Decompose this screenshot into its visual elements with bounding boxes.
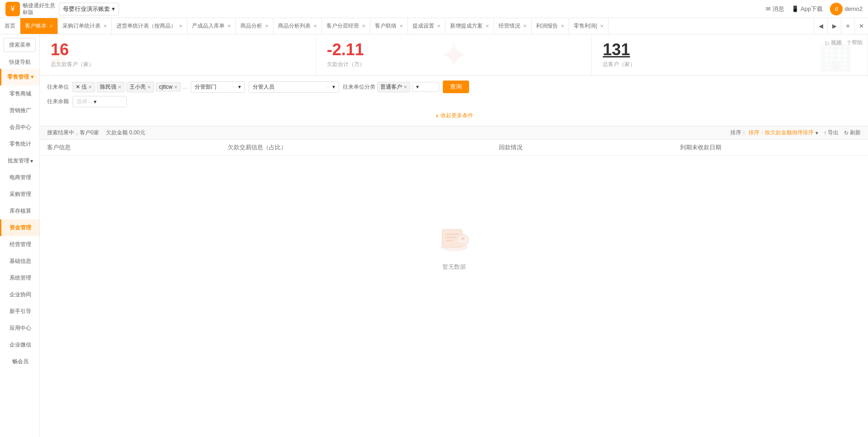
tab-retail-profit[interactable]: 零售利润( ✕ [569,18,609,34]
chevron-down-icon: ▾ [238,84,241,90]
collapse-filters-btn[interactable]: ∧ 收起更多条件 [47,110,861,121]
dept-select[interactable]: 分管部门 ··· ▾ [191,81,245,93]
filter-tag-wu: ✕ 伍 ✕ [72,82,95,92]
filter-row-2: 往来余额 选择... ▾ [47,96,861,107]
close-icon[interactable]: ✕ [600,24,604,28]
sidebar-item-enterprise-wechat[interactable]: 企业微信 [0,337,39,353]
close-icon[interactable]: ✕ [103,24,107,28]
refresh-btn[interactable]: ↻ 刷新 [844,129,861,137]
sidebar-item-enterprise-collab[interactable]: 企业协同 [0,286,39,303]
user-avatar[interactable]: d demo2 [830,3,863,15]
svg-rect-2 [445,233,459,235]
nav-tabs-bar: 首页 客户账本 ✕ 采购订单统计表 ✕ 进货单统计表（按商品） ✕ 产成品入库单… [0,18,868,34]
filter-more-btn[interactable]: ... [182,84,187,90]
phone-icon: 📱 [791,5,799,12]
nav-prev-btn[interactable]: ◀ [814,18,827,34]
balance-select[interactable]: 选择... ▾ [72,96,127,107]
sidebar-item-ecommerce[interactable]: 电商管理 [0,169,39,186]
message-icon: ✉ [766,5,771,12]
tab-boost-settings[interactable]: 提成设置 ✕ [408,18,446,34]
tab-customer-tier[interactable]: 客户分层经营 ✕ [322,18,370,34]
video-btn[interactable]: ▷ 视频 [825,39,842,47]
filter-tag-chen: 陈民强 ✕ [97,82,125,92]
tab-home[interactable]: 首页 [0,18,20,34]
help-btn[interactable]: ? 帮助 [847,39,863,47]
sidebar-item-app-center[interactable]: 应用中心 [0,320,39,337]
sidebar-item-retail-stats[interactable]: 零售统计 [0,136,39,152]
results-actions: 排序： 排序：按欠款金额倒序排序 ▾ ↑ 导出 ↻ 刷新 [730,129,861,137]
message-btn[interactable]: ✉ 消息 [766,5,784,13]
stats-row: ¥ 16 总欠款客户（家） ✦ -2.11 欠款合计（万） 🏢 131 总客户（… [40,34,868,76]
tab-purchase-order[interactable]: 采购订单统计表 ✕ [58,18,112,34]
close-icon[interactable]: ✕ [485,24,489,28]
svg-rect-4 [445,240,453,242]
person-select[interactable]: 分管人员 ··· ▾ [249,81,339,93]
query-button[interactable]: 查询 [443,81,469,93]
sidebar-item-retail-mgmt[interactable]: 零售管理 ▾ [0,69,39,86]
sort-selector[interactable]: 排序： 排序：按欠款金额倒序排序 ▾ [730,129,818,137]
close-icon[interactable]: ✕ [362,24,365,28]
tab-goods-analysis[interactable]: 商品分析 ✕ [236,18,273,34]
close-icon[interactable]: ✕ [437,24,441,28]
sidebar: 搜索菜单 快捷导航 零售管理 ▾ 零售商城 营销推广 会员中心 零售统计 批发管… [0,34,40,437]
sidebar-item-pro-member[interactable]: 畅会员 [0,353,39,370]
close-icon[interactable]: ✕ [523,24,527,28]
sidebar-item-purchase-mgmt[interactable]: 采购管理 [0,186,39,203]
close-icon[interactable]: ✕ [399,24,403,28]
debt-customers-label: 总欠款客户（家） [51,61,305,68]
remove-category-tag[interactable]: ✕ [403,85,407,90]
tab-operations[interactable]: 经营情况 ✕ [494,18,532,34]
nav-menu-btn[interactable]: ≡ [841,18,854,34]
search-menu-btn[interactable]: 搜索菜单 [4,38,36,52]
col-due-date: 到期未收款日期 [680,143,861,152]
nav-next-btn[interactable]: ▶ [827,18,841,34]
sidebar-item-member-center[interactable]: 会员中心 [0,119,39,136]
svg-rect-3 [445,237,456,238]
tab-customer-contact[interactable]: 客户联络 ✕ [370,18,408,34]
dept-more-icon: ··· [232,84,236,90]
close-icon[interactable]: ✕ [227,24,231,28]
remove-tag-chen[interactable]: ✕ [118,85,121,90]
stat-debt-total: ✦ -2.11 欠款合计（万） [316,34,592,76]
store-selector[interactable]: 母婴行业演示账套 ▾ [59,3,119,15]
topbar-right: ✉ 消息 📱 App下载 d demo2 [766,3,863,15]
remove-tag-wu[interactable]: ✕ [88,85,92,90]
tab-customer-account[interactable]: 客户账本 ✕ [20,18,58,34]
category-select[interactable]: ▾ [412,82,439,92]
sidebar-item-operations-mgmt[interactable]: 经营管理 [0,236,39,253]
sidebar-search-area: 搜索菜单 [0,34,39,56]
quick-nav-btn[interactable]: 快捷导航 [0,56,39,69]
chevron-down-icon: ▾ [112,5,115,12]
close-icon[interactable]: ✕ [561,24,564,28]
tab-goods-analysis-list[interactable]: 商品分析列表 ✕ [273,18,322,34]
col-repayment: 回款情况 [499,143,680,152]
nav-controls: ◀ ▶ ≡ ✕ [814,18,868,34]
tab-product-inbound[interactable]: 产成品入库单 ✕ [187,18,236,34]
sidebar-item-system-mgmt[interactable]: 系统管理 [0,270,39,286]
sidebar-item-finance[interactable]: 资金管理 [0,219,39,236]
close-icon[interactable]: ✕ [313,24,317,28]
close-icon[interactable]: ✕ [49,24,53,28]
sidebar-item-basic-info[interactable]: 基础信息 [0,253,39,270]
belong-unit-label: 往来单位 [47,83,69,91]
debt-customers-value: 16 [51,42,305,58]
tab-profit-report[interactable]: 利润报告 ✕ [532,18,569,34]
close-icon[interactable]: ✕ [179,24,182,28]
remove-tag-wang[interactable]: ✕ [147,85,151,90]
sidebar-item-retail-mall[interactable]: 零售商城 [0,86,39,102]
close-icon[interactable]: ✕ [265,24,269,28]
app-download-btn[interactable]: 📱 App下载 [791,5,823,13]
table-header: 客户信息 欠款交易信息（占比） 回款情况 到期未收款日期 [40,140,868,156]
sidebar-item-batch-mgmt[interactable]: 批发管理 ▾ [0,152,39,169]
sidebar-item-marketing[interactable]: 营销推广 [0,102,39,119]
remove-tag-cj[interactable]: ✕ [174,85,177,90]
chevron-icon: ▾ [30,158,33,164]
sidebar-item-new-guide[interactable]: 新手引导 [0,303,39,320]
col-debt-info: 欠款交易信息（占比） [228,143,499,152]
export-btn[interactable]: ↑ 导出 [824,129,839,137]
sidebar-item-inventory[interactable]: 库存核算 [0,203,39,219]
chevron-down-icon: ▾ [416,84,419,90]
tab-inbound-stats[interactable]: 进货单统计表（按商品） ✕ [112,18,187,34]
tab-new-boost[interactable]: 新增提成方案 ✕ [446,18,494,34]
nav-close-btn[interactable]: ✕ [854,18,868,34]
